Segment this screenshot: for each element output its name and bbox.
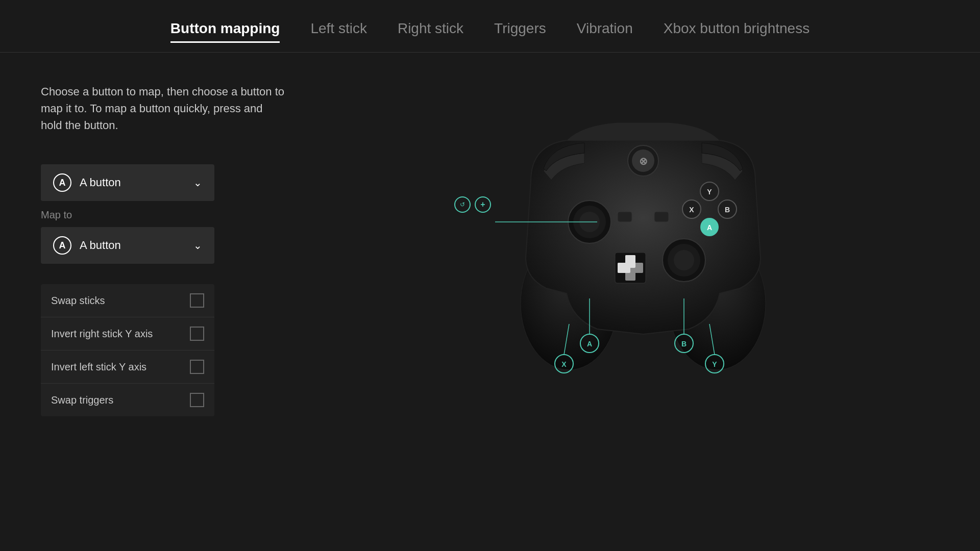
option-row-swap-sticks[interactable]: Swap sticks: [41, 284, 214, 317]
svg-rect-12: [618, 263, 630, 273]
plus-icon: +: [475, 196, 491, 213]
checkbox-invert-right-stick[interactable]: [190, 327, 204, 341]
left-panel: Choose a button to map, then choose a bu…: [41, 83, 306, 416]
checkbox-invert-left-stick[interactable]: [190, 360, 204, 374]
option-label-invert-right-stick: Invert right stick Y axis: [51, 328, 153, 340]
svg-text:Y: Y: [707, 188, 712, 196]
svg-text:A: A: [707, 223, 712, 232]
option-row-invert-left-stick[interactable]: Invert left stick Y axis: [41, 350, 214, 384]
option-label-swap-sticks: Swap sticks: [51, 295, 105, 307]
controller-image: ⊗: [490, 97, 796, 378]
svg-text:⊗: ⊗: [639, 156, 648, 167]
map-to-dropdown[interactable]: A A button ⌄: [41, 227, 214, 264]
description-text: Choose a button to map, then choose a bu…: [41, 83, 286, 134]
nav-tab-right-stick[interactable]: Right stick: [398, 15, 463, 42]
options-container: Swap sticksInvert right stick Y axisInve…: [41, 284, 214, 416]
map-to-label: Map to: [41, 209, 306, 221]
controller-wrapper: ⊗: [464, 97, 822, 403]
option-row-invert-right-stick[interactable]: Invert right stick Y axis: [41, 317, 214, 350]
right-panel: ⊗: [347, 83, 939, 416]
primary-dropdown-arrow: ⌄: [193, 177, 202, 189]
primary-button-icon: A: [53, 173, 71, 192]
svg-text:B: B: [725, 206, 730, 214]
svg-text:A: A: [587, 340, 592, 348]
svg-text:Y: Y: [712, 360, 717, 368]
nav-tabs: Button mappingLeft stickRight stickTrigg…: [0, 0, 980, 53]
option-label-invert-left-stick: Invert left stick Y axis: [51, 361, 146, 373]
nav-tab-vibration[interactable]: Vibration: [577, 15, 633, 42]
checkbox-swap-triggers[interactable]: [190, 393, 204, 407]
nav-tab-left-stick[interactable]: Left stick: [310, 15, 366, 42]
rotate-icon: ↺: [454, 196, 471, 213]
option-row-swap-triggers[interactable]: Swap triggers: [41, 384, 214, 416]
primary-button-label: A button: [80, 176, 193, 189]
map-to-arrow: ⌄: [193, 239, 202, 252]
option-label-swap-triggers: Swap triggers: [51, 394, 113, 406]
primary-button-dropdown[interactable]: A A button ⌄: [41, 164, 214, 201]
map-to-label-value: A button: [80, 239, 193, 252]
nav-tab-xbox-button-brightness[interactable]: Xbox button brightness: [664, 15, 810, 42]
left-annotation: ↺ +: [454, 196, 491, 213]
nav-tab-triggers[interactable]: Triggers: [494, 15, 546, 42]
svg-rect-14: [654, 212, 669, 222]
svg-text:X: X: [689, 206, 694, 214]
svg-rect-13: [618, 212, 632, 222]
checkbox-swap-sticks[interactable]: [190, 293, 204, 308]
map-to-icon: A: [53, 236, 71, 255]
nav-tab-button-mapping[interactable]: Button mapping: [170, 15, 280, 42]
svg-text:X: X: [561, 360, 567, 368]
svg-point-17: [674, 250, 694, 270]
svg-text:B: B: [681, 340, 687, 348]
